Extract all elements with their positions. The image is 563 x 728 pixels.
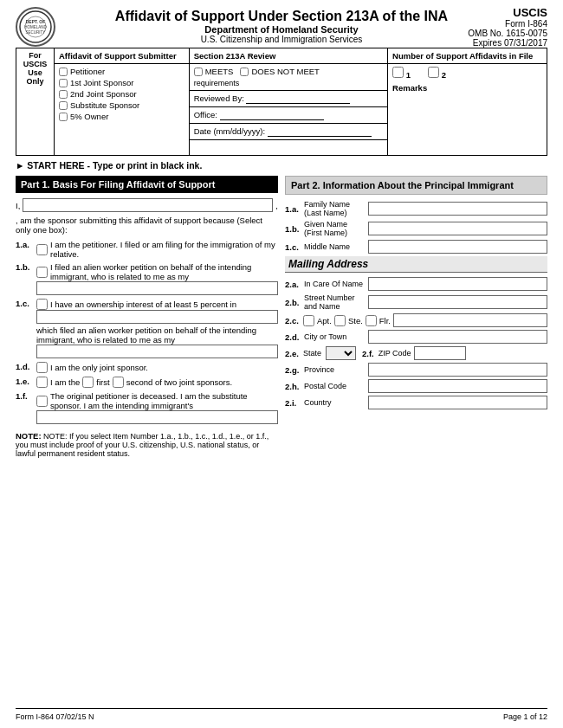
p2-state-select[interactable]	[326, 346, 356, 360]
part1-section: Part 1. Basis For Filing Affidavit of Su…	[16, 176, 278, 458]
joint-sponsor-2-checkbox[interactable]	[59, 90, 68, 99]
item-1a-text: I am the petitioner. I filed or am filin…	[50, 240, 278, 259]
flr-label: Flr.	[379, 316, 391, 325]
p2-2d-row: 2.d. City or Town	[285, 330, 547, 344]
header-uscis-block: USCIS Form I-864 OMB No. 1615-0075 Expir…	[468, 6, 547, 48]
department-name: Department of Homeland Security	[115, 24, 448, 35]
p2-1b-name: Given Name (First Name)	[304, 220, 365, 237]
p2-2i-row: 2.i. Country	[285, 396, 547, 409]
item-1c-checkbox[interactable]	[36, 299, 48, 310]
form-main-title: Affidavit of Support Under Section 213A …	[115, 9, 448, 24]
footer-page-number: Page 1 of 12	[503, 712, 547, 721]
p2-city-input[interactable]	[368, 330, 547, 344]
item-1e-checkbox[interactable]	[36, 377, 48, 388]
item-1f-label: 1.f.	[16, 391, 33, 401]
footer-form-number: Form I-864 07/02/15 N	[16, 712, 94, 721]
joint-sponsor-1-checkbox[interactable]	[59, 79, 68, 87]
item-1e-first-checkbox[interactable]	[82, 377, 94, 388]
item-1c-row: 1.c. I have an ownership interest of at …	[16, 299, 278, 358]
item-1f-checkbox[interactable]	[36, 396, 48, 407]
p2-in-care-of-input[interactable]	[368, 277, 547, 291]
item-1c-input1[interactable]	[36, 310, 278, 324]
header-title: Affidavit of Support Under Section 213A …	[115, 9, 448, 44]
p2-2c-row: 2.c. Apt. Ste. Flr.	[285, 313, 547, 327]
part2-header: Part 2. Information About the Principal …	[285, 176, 547, 195]
item-1e-row: 1.e. I am the first second of two joint …	[16, 377, 278, 388]
item-1f-row: 1.f. The original petitioner is deceased…	[16, 391, 278, 424]
p2-2a-row: 2.a. In Care Of Name	[285, 277, 547, 291]
item-1a-checkbox[interactable]	[36, 244, 48, 255]
p2-2b-name: Street Number and Name	[304, 293, 365, 311]
p2-2f-name: ZIP Code	[379, 349, 411, 358]
empty-row	[189, 140, 387, 156]
p2-1c-name: Middle Name	[304, 242, 365, 251]
p2-2e-2f-row: 2.e. State 2.f. ZIP Code	[285, 346, 547, 360]
item-1d-text: I am the only joint sponsor.	[50, 363, 148, 372]
p2-2b-label: 2.b.	[285, 298, 301, 307]
ste-label: Ste.	[348, 316, 363, 325]
item-1f-input[interactable]	[36, 410, 278, 424]
p2-apt-input[interactable]	[393, 313, 547, 327]
item-1b-checkbox[interactable]	[36, 267, 48, 278]
omb-number: OMB No. 1615-0075	[468, 29, 547, 38]
expires-date: Expires 07/31/2017	[468, 38, 547, 48]
p2-2g-label: 2.g.	[285, 365, 301, 375]
does-not-meet-checkbox[interactable]	[240, 68, 249, 76]
page-footer: Form I-864 07/02/15 N Page 1 of 12	[16, 708, 547, 721]
p2-2d-label: 2.d.	[285, 332, 301, 342]
item-1b-input[interactable]	[36, 281, 278, 295]
submitter-options: Petitioner 1st Joint Sponsor 2nd Joint S…	[55, 64, 190, 156]
part1-header: Part 1. Basis For Filing Affidavit of Su…	[16, 176, 278, 193]
ste-checkbox[interactable]	[334, 315, 346, 326]
p2-province-input[interactable]	[368, 363, 547, 377]
p2-2h-name: Postal Code	[304, 382, 365, 390]
p2-2f-label: 2.f.	[362, 349, 374, 358]
p2-2a-label: 2.a.	[285, 280, 301, 289]
sponsor-name-input[interactable]	[23, 198, 273, 212]
flr-checkbox[interactable]	[366, 315, 377, 326]
p2-1b-row: 1.b. Given Name (First Name)	[285, 220, 547, 237]
petitioner-checkbox[interactable]	[59, 68, 68, 76]
meets-checkbox[interactable]	[194, 68, 203, 76]
item-1b-row: 1.b. I filed an alien worker petition on…	[16, 262, 278, 295]
p2-country-input[interactable]	[368, 396, 547, 409]
owner-checkbox[interactable]	[59, 113, 68, 121]
p2-2g-name: Province	[304, 365, 365, 374]
part2-section: Part 2. Information About the Principal …	[285, 176, 547, 412]
number2-checkbox[interactable]	[428, 67, 439, 78]
note-text: NOTE: NOTE: If you select Item Number 1.…	[16, 431, 278, 458]
p2-given-name-input[interactable]	[368, 222, 547, 235]
item-1b-label: 1.b.	[16, 262, 33, 272]
reviewed-by-row: Reviewed By:	[189, 91, 387, 107]
p2-2d-name: City or Town	[304, 332, 365, 341]
p2-1c-row: 1.c. Middle Name	[285, 240, 547, 254]
item-1b-text: I filed an alien worker petition on beha…	[50, 262, 278, 281]
apt-checkbox[interactable]	[303, 315, 314, 326]
date-row: Date (mm/dd/yyyy):	[189, 124, 387, 140]
remarks-cell: 1 2 Remarks	[388, 64, 547, 156]
p2-2e-label: 2.e.	[285, 349, 301, 358]
for-uscis-cell: For USCIS Use Only	[16, 48, 55, 156]
remarks-label: Remarks	[392, 83, 542, 93]
sponsor-intro: I, ,	[16, 198, 278, 212]
p2-zip-input[interactable]	[414, 346, 466, 360]
p2-street-input[interactable]	[368, 295, 547, 309]
p2-2i-name: Country	[304, 398, 365, 407]
p2-1c-label: 1.c.	[285, 242, 301, 252]
uscis-label: USCIS	[468, 6, 547, 19]
p2-middle-name-input[interactable]	[368, 240, 547, 254]
p2-2i-label: 2.i.	[285, 398, 301, 408]
col1-header: Affidavit of Support Submitter	[55, 48, 190, 64]
item-1d-checkbox[interactable]	[36, 362, 48, 373]
p2-2c-label: 2.c.	[285, 316, 301, 325]
start-here-text: ► START HERE - Type or print in black in…	[16, 160, 547, 171]
number1-checkbox[interactable]	[392, 67, 404, 78]
substitute-sponsor-checkbox[interactable]	[59, 101, 68, 110]
p2-1a-label: 1.a.	[285, 204, 301, 214]
item-1c-text: I have an ownership interest of at least…	[50, 300, 236, 309]
item-1e-second-checkbox[interactable]	[113, 377, 124, 388]
svg-text:HOMELAND: HOMELAND	[24, 25, 47, 29]
p2-postal-code-input[interactable]	[368, 379, 547, 393]
p2-family-name-input[interactable]	[368, 202, 547, 216]
item-1c-input2[interactable]	[36, 345, 278, 358]
